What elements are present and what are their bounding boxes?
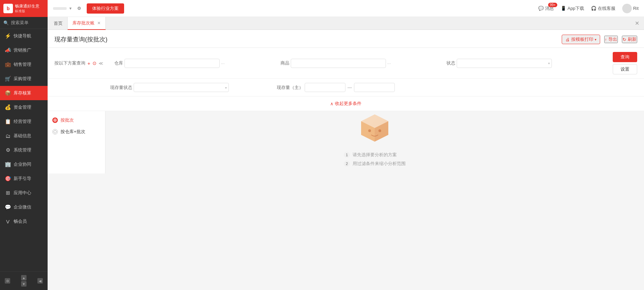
online-service-btn[interactable]: 🎧 在线客服 <box>591 5 615 12</box>
operation-icon: 📋 <box>5 119 11 125</box>
scheme-label-row: 按以下方案查询 + ⊙ ≪ <box>54 60 109 66</box>
message-icon: 💬 <box>538 6 544 11</box>
sidebar-item-quick-nav[interactable]: ⚡ 快捷导航 <box>0 29 48 43</box>
sidebar-nav: ⚡ 快捷导航 📣 营销推广 💼 销售管理 🛒 采购管理 📦 库存核算 💰 资金管… <box>0 29 48 271</box>
scheme-panel: 按批次 按仓库+批次 <box>48 111 105 174</box>
page-actions: 🖨 按模板打印 ▾ ↑ 导出 ↻ 刷新 <box>562 35 638 44</box>
sidebar-item-app-center[interactable]: ⊞ 应用中心 <box>0 186 48 200</box>
sidebar-item-finance[interactable]: 💰 资金管理 <box>0 100 48 114</box>
system-icon: ⚙ <box>5 147 11 153</box>
sales-icon: 💼 <box>5 61 11 68</box>
tab-close-icon[interactable]: ✕ <box>97 21 101 25</box>
sidebar-brand: 畅康通好生意 标准版 <box>15 4 39 14</box>
empty-hints: 1 请先选择要分析的方案 2 用过滤条件来缩小分析范围 <box>344 152 406 167</box>
hint-item-2: 2 用过滤条件来缩小分析范围 <box>344 161 406 167</box>
app-download-icon: 📱 <box>561 6 566 11</box>
marketing-icon: 📣 <box>5 47 11 53</box>
svg-point-7 <box>368 129 371 132</box>
query-btn[interactable]: 查询 <box>613 52 637 62</box>
qty-range: — <box>305 83 395 92</box>
filter-settings-btn[interactable]: 设置 <box>613 64 637 74</box>
sidebar-item-marketing[interactable]: 📣 营销推广 <box>0 43 48 57</box>
sidebar-item-operation[interactable]: 📋 经营管理 <box>0 114 48 129</box>
experience-btn[interactable]: 体验行业方案 <box>87 3 124 14</box>
export-btn[interactable]: ↑ 导出 <box>604 36 618 43</box>
tab-home[interactable]: 首页 <box>49 17 68 30</box>
status-select-wrapper: ▾ <box>457 59 552 68</box>
finance-icon: 💰 <box>5 104 11 110</box>
scheme-active-icon <box>52 117 58 123</box>
print-icon: 🖨 <box>565 37 570 42</box>
product-input[interactable] <box>291 59 386 68</box>
export-icon: ↑ <box>605 37 607 42</box>
app-download-btn[interactable]: 📱 App下载 <box>561 5 584 12</box>
svg-point-2 <box>54 130 56 133</box>
topbar-gear-icon[interactable]: ⚙ <box>74 4 84 13</box>
topbar-left: ▾ ⚙ 体验行业方案 <box>53 3 534 14</box>
sidebar-item-purchase[interactable]: 🛒 采购管理 <box>0 72 48 86</box>
svg-point-1 <box>54 120 56 121</box>
wechat-icon: 💬 <box>5 204 11 210</box>
sidebar-item-system[interactable]: ⚙ 系统管理 <box>0 143 48 157</box>
inventory-status-field: 现存量状态 ▾ <box>110 83 271 92</box>
scheme-item-batch[interactable]: 按批次 <box>48 114 105 126</box>
filter-row-1: 按以下方案查询 + ⊙ ≪ 仓库 ··· 商品 ··· <box>48 48 644 79</box>
sidebar-item-wechat[interactable]: 💬 企业微信 <box>0 200 48 214</box>
product-field: 商品 ··· <box>281 59 441 68</box>
breadcrumb-chevron[interactable]: ▾ <box>69 6 72 11</box>
sidebar-item-enterprise[interactable]: 🏢 企业协同 <box>0 157 48 171</box>
content-body: 按批次 按仓库+批次 <box>48 111 644 174</box>
scroll-up-btn[interactable]: ▲ <box>21 275 27 280</box>
query-actions: 查询 设置 <box>613 52 637 74</box>
scheme-collapse-btn[interactable]: ≪ <box>99 61 103 66</box>
enterprise-icon: 🏢 <box>5 161 11 167</box>
hint-item-1: 1 请先选择要分析的方案 <box>344 152 406 158</box>
messages-btn[interactable]: 💬 消息 99+ <box>538 5 554 12</box>
filter-row-2: 现存量状态 ▾ 现存量（主） — <box>48 79 644 96</box>
sidebar-item-sales[interactable]: 💼 销售管理 <box>0 57 48 72</box>
sidebar-item-member[interactable]: V 畅会员 <box>0 214 48 229</box>
main-area: ▾ ⚙ 体验行业方案 💬 消息 99+ 📱 App下载 🎧 在线客服 Rit <box>48 0 644 290</box>
empty-state: 1 请先选择要分析的方案 2 用过滤条件来缩小分析范围 <box>344 104 406 167</box>
collapse-icon: ◀ <box>39 279 41 283</box>
refresh-icon: ↻ <box>623 37 626 42</box>
collapse-up-icon: ∧ <box>330 101 334 106</box>
sidebar-item-inventory[interactable]: 📦 库存核算 <box>0 86 48 100</box>
service-icon: 🎧 <box>591 6 596 11</box>
content-area: 现存量查询(按批次) 🖨 按模板打印 ▾ ↑ 导出 ↻ 刷新 <box>48 30 644 290</box>
status-field: 状态 ▾ <box>446 59 607 68</box>
sidebar-collapse-btn[interactable]: ◀ <box>37 278 43 284</box>
user-profile[interactable]: Rit <box>622 4 639 13</box>
basic-icon: 🗂 <box>5 133 11 139</box>
print-btn[interactable]: 🖨 按模板打印 ▾ <box>562 35 600 44</box>
refresh-btn[interactable]: ↻ 刷新 <box>622 36 637 43</box>
status-input[interactable] <box>457 59 552 68</box>
member-icon: V <box>5 218 11 224</box>
scheme-item-warehouse-batch[interactable]: 按仓库+批次 <box>48 126 105 138</box>
sidebar-settings-icon: ⚙ <box>6 279 9 283</box>
warehouse-field: 仓库 ··· <box>114 59 275 68</box>
tab-inventory-batch[interactable]: 库存批次账 ✕ <box>68 17 106 30</box>
sidebar-settings-btn[interactable]: ⚙ <box>5 278 10 284</box>
product-more-icon[interactable]: ··· <box>387 61 391 66</box>
empty-illustration <box>354 104 395 145</box>
tab-close-right[interactable]: ✕ <box>631 20 643 26</box>
inventory-status-input[interactable] <box>134 83 229 92</box>
avatar <box>622 4 632 13</box>
sidebar-search[interactable]: 🔍 搜索菜单 <box>0 17 48 29</box>
scheme-settings-btn[interactable]: ⊙ <box>92 60 97 66</box>
topbar-right: 💬 消息 99+ 📱 App下载 🎧 在线客服 Rit <box>538 4 639 13</box>
tabbar: 首页 库存批次账 ✕ ✕ <box>48 17 644 30</box>
qty-min-input[interactable] <box>305 83 345 92</box>
scroll-down-btn[interactable]: ▼ <box>21 281 27 287</box>
qty-max-input[interactable] <box>354 83 395 92</box>
sidebar: b 畅康通好生意 标准版 🔍 搜索菜单 ⚡ 快捷导航 📣 营销推广 💼 销售管理… <box>0 0 48 290</box>
warehouse-more-icon[interactable]: ··· <box>221 61 225 66</box>
svg-point-8 <box>378 129 381 132</box>
scheme-outline-icon <box>52 129 58 134</box>
sidebar-item-guide[interactable]: 🎯 新手引导 <box>0 171 48 186</box>
sidebar-header: b 畅康通好生意 标准版 <box>0 0 48 17</box>
warehouse-input[interactable] <box>124 59 220 68</box>
scheme-add-btn[interactable]: + <box>87 60 90 66</box>
sidebar-item-basic[interactable]: 🗂 基础信息 <box>0 129 48 143</box>
